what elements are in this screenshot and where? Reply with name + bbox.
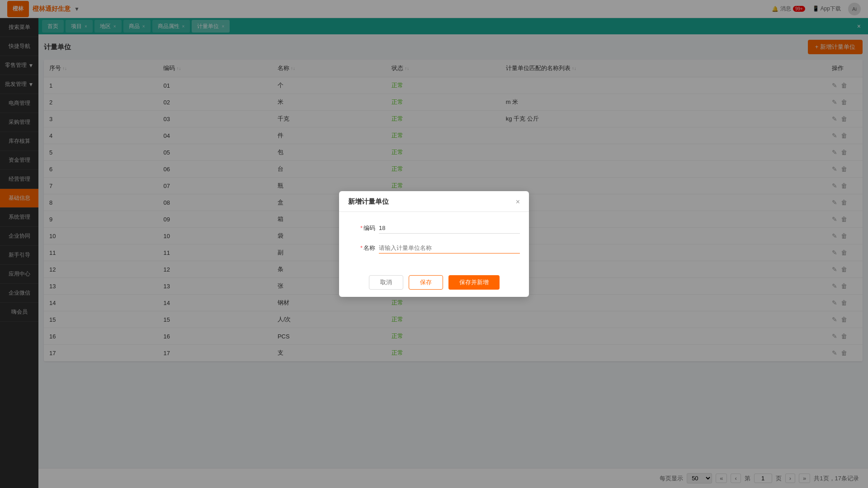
save-button[interactable]: 保存 (409, 275, 443, 290)
cancel-button[interactable]: 取消 (369, 275, 403, 290)
name-form-row: *名称 (348, 243, 520, 253)
code-label: *编码 (348, 224, 375, 232)
modal-header: 新增计量单位 × (339, 191, 529, 212)
name-label: *名称 (348, 244, 375, 252)
name-input[interactable] (379, 243, 520, 253)
modal-footer: 取消 保存 保存并新增 (339, 270, 529, 297)
modal-overlay: 新增计量单位 × *编码 *名称 取消 保存 保存并新增 (0, 0, 868, 488)
modal-title: 新增计量单位 (348, 197, 389, 206)
modal-body: *编码 *名称 (339, 212, 529, 270)
code-form-row: *编码 (348, 223, 520, 234)
code-input[interactable] (379, 223, 520, 234)
modal-close-button[interactable]: × (516, 198, 520, 206)
save-and-new-button[interactable]: 保存并新增 (448, 275, 500, 290)
add-measure-unit-modal: 新增计量单位 × *编码 *名称 取消 保存 保存并新增 (339, 191, 529, 297)
